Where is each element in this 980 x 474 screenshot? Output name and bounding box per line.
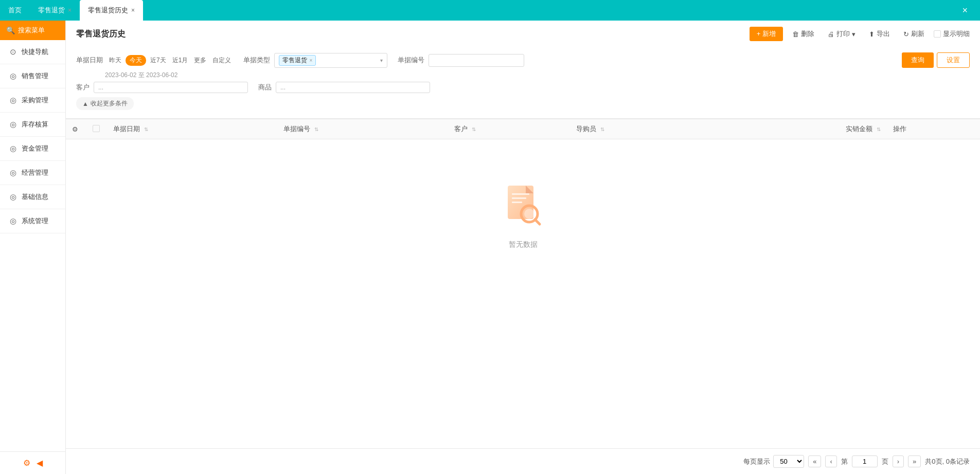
finance-icon: ◎ xyxy=(8,144,17,153)
date-filter: 单据日期 昨天 今天 近7天 近1月 更多 自定义 xyxy=(76,55,233,66)
prev-page-button[interactable]: ‹ xyxy=(825,455,836,467)
pagination-bar: 每页显示 50 10 20 100 « ‹ 第 页 › » 共0页, 0条记录 xyxy=(66,448,980,474)
goods-label: 商品 xyxy=(258,83,272,92)
date-options: 昨天 今天 近7天 近1月 更多 自定义 xyxy=(107,55,233,66)
customer-filter: 客户 ... xyxy=(76,82,248,93)
th-no: 单据编号 ⇅ xyxy=(277,119,448,139)
last-page-button[interactable]: » xyxy=(908,455,921,467)
setting-button[interactable]: 设置 xyxy=(937,52,970,68)
export-button[interactable]: ⬆ 导出 xyxy=(865,27,894,41)
collapse-button[interactable]: ▲ 收起更多条件 xyxy=(76,97,134,110)
th-date: 单据日期 ⇅ xyxy=(107,119,277,139)
voucher-no-filter: 单据编号 xyxy=(398,54,524,67)
tab-list: 首页 零售退货 × 零售退货历史 × xyxy=(0,0,958,21)
display-detail-label: 显示明细 xyxy=(943,29,970,39)
display-detail-checkbox[interactable] xyxy=(934,30,941,38)
customer-select[interactable]: ... xyxy=(94,82,248,93)
voucher-no-input[interactable] xyxy=(429,54,524,67)
tab-retail-return-history-label: 零售退货历史 xyxy=(88,6,128,15)
sidebar-nav: ⊙ 快捷导航 ◎ 销售管理 ◎ 采购管理 ◎ 库存核算 ◎ 资金管理 ◎ 经营管… xyxy=(0,40,65,451)
tab-retail-return-history[interactable]: 零售退货历史 × xyxy=(80,0,143,21)
sidebar-item-label: 经营管理 xyxy=(22,168,48,177)
date-opt-1month[interactable]: 近1月 xyxy=(170,55,190,66)
table-settings-icon[interactable]: ⚙ xyxy=(72,125,78,133)
th-amount: 实销金额 ⇅ xyxy=(717,119,887,139)
first-page-button[interactable]: « xyxy=(808,455,821,467)
th-action: 操作 xyxy=(887,119,980,139)
sidebar-item-inventory[interactable]: ◎ 库存核算 xyxy=(0,113,65,137)
sort-amount-icon[interactable]: ⇅ xyxy=(877,126,881,132)
sidebar-bottom: ⚙ ◀ xyxy=(0,451,65,474)
per-page-select[interactable]: 50 10 20 100 xyxy=(773,455,804,468)
collapse-icon: ▲ xyxy=(82,100,88,107)
purchase-icon: ◎ xyxy=(8,96,17,105)
quick-nav-icon: ⊙ xyxy=(8,47,17,57)
sort-customer-icon[interactable]: ⇅ xyxy=(472,126,476,132)
page-number-input[interactable] xyxy=(852,455,878,467)
voucher-type-select[interactable]: 零售退货 × ▾ xyxy=(274,53,387,68)
next-page-button[interactable]: › xyxy=(893,455,904,467)
sort-date-icon[interactable]: ⇅ xyxy=(144,126,148,132)
sidebar-item-label: 采购管理 xyxy=(22,96,48,105)
filter-row-2: 客户 ... 商品 ... xyxy=(76,82,970,93)
search-icon: 🔍 xyxy=(6,26,15,34)
collapse-icon[interactable]: ◀ xyxy=(37,458,43,468)
window-close-button[interactable]: × xyxy=(958,3,972,18)
refresh-button[interactable]: ↻ 刷新 xyxy=(899,27,929,41)
th-guide: 导购员 ⇅ xyxy=(570,119,716,139)
sort-guide-icon[interactable]: ⇅ xyxy=(600,126,604,132)
select-all-checkbox[interactable] xyxy=(93,125,100,132)
voucher-type-label: 单据类型 xyxy=(243,56,270,65)
tab-retail-return[interactable]: 零售退货 × xyxy=(30,0,80,21)
sidebar-item-finance[interactable]: ◎ 资金管理 xyxy=(0,137,65,161)
sidebar-item-label: 资金管理 xyxy=(22,144,48,153)
date-opt-today[interactable]: 今天 xyxy=(126,55,146,66)
action-buttons: 查询 设置 xyxy=(902,52,970,68)
date-opt-yesterday[interactable]: 昨天 xyxy=(107,55,123,66)
th-settings: ⚙ xyxy=(66,119,86,139)
delete-icon: 🗑 xyxy=(792,30,799,38)
voucher-type-tag-close[interactable]: × xyxy=(309,58,312,63)
svg-rect-3 xyxy=(512,202,522,203)
sidebar-item-quick-nav[interactable]: ⊙ 快捷导航 xyxy=(0,40,65,64)
filter-area: 单据日期 昨天 今天 近7天 近1月 更多 自定义 单据类型 xyxy=(76,47,970,118)
empty-state-row: 暂无数据 xyxy=(66,139,980,291)
sidebar-search[interactable]: 🔍 搜索菜单 xyxy=(0,21,65,40)
content-area: 零售退货历史 + 新增 🗑 删除 🖨 打印 ▾ ⬆ 导出 xyxy=(66,21,980,474)
query-button[interactable]: 查询 xyxy=(902,52,934,68)
sidebar-item-basic-info[interactable]: ◎ 基础信息 xyxy=(0,185,65,209)
print-button[interactable]: 🖨 打印 ▾ xyxy=(824,27,860,41)
tab-retail-return-history-close[interactable]: × xyxy=(131,7,135,14)
new-button[interactable]: + 新增 xyxy=(750,27,783,41)
display-detail-toggle[interactable]: 显示明细 xyxy=(934,29,970,39)
customer-label: 客户 xyxy=(76,83,90,92)
export-icon: ⬆ xyxy=(869,30,875,38)
voucher-type-tag: 零售退货 × xyxy=(279,55,316,66)
sidebar-item-label: 库存核算 xyxy=(22,120,48,129)
system-icon: ◎ xyxy=(8,216,17,226)
sidebar-item-system[interactable]: ◎ 系统管理 xyxy=(0,209,65,233)
sort-no-icon[interactable]: ⇅ xyxy=(314,126,318,132)
tab-home[interactable]: 首页 xyxy=(0,0,30,21)
sidebar-item-sales[interactable]: ◎ 销售管理 xyxy=(0,64,65,88)
settings-icon[interactable]: ⚙ xyxy=(23,458,30,468)
delete-button[interactable]: 🗑 删除 xyxy=(788,27,818,41)
topbar-right: × xyxy=(958,3,980,18)
date-opt-custom[interactable]: 自定义 xyxy=(210,55,233,66)
refresh-icon: ↻ xyxy=(903,30,909,38)
page-header: 零售退货历史 + 新增 🗑 删除 🖨 打印 ▾ ⬆ 导出 xyxy=(66,21,980,119)
sidebar-item-operations[interactable]: ◎ 经营管理 xyxy=(0,161,65,185)
date-opt-7days[interactable]: 近7天 xyxy=(148,55,168,66)
filter-row-1: 单据日期 昨天 今天 近7天 近1月 更多 自定义 单据类型 xyxy=(76,52,970,68)
svg-point-5 xyxy=(524,209,534,219)
date-opt-more[interactable]: 更多 xyxy=(192,55,208,66)
page-title: 零售退货历史 xyxy=(76,29,126,40)
goods-filter: 商品 ... xyxy=(258,82,430,93)
tab-retail-return-close[interactable]: × xyxy=(68,7,72,14)
goods-select[interactable]: ... xyxy=(276,82,430,93)
empty-illustration xyxy=(497,180,549,232)
date-filter-label: 单据日期 xyxy=(76,56,103,65)
sidebar: 🔍 搜索菜单 ⊙ 快捷导航 ◎ 销售管理 ◎ 采购管理 ◎ 库存核算 ◎ 资金管 xyxy=(0,21,66,474)
chevron-down-icon: ▾ xyxy=(380,58,383,63)
sidebar-item-purchase[interactable]: ◎ 采购管理 xyxy=(0,88,65,113)
